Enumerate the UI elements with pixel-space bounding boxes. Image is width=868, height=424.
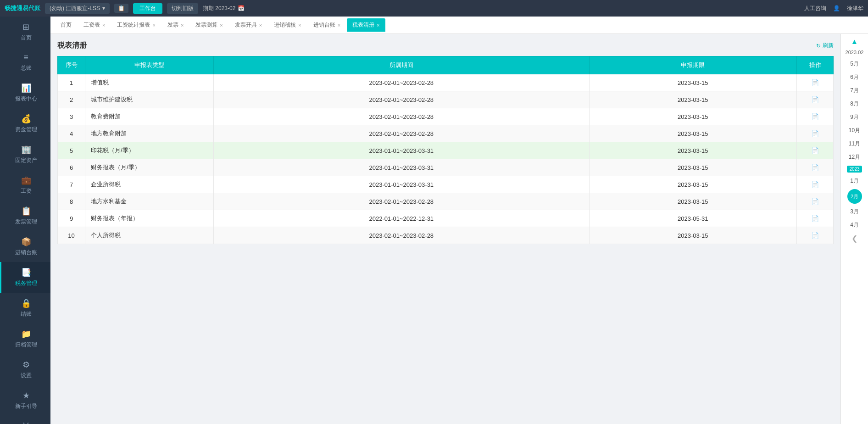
right-panel-month-9[interactable]: 9月 (841, 111, 868, 124)
sidebar-item-close[interactable]: 🔒 结账 (0, 293, 50, 324)
action-icon-0[interactable]: 📄 (811, 79, 819, 86)
tab-close-purchase-ledger[interactable]: × (338, 22, 340, 28)
user-name[interactable]: 徐泽华 (847, 5, 863, 12)
sidebar-item-ledger[interactable]: ≡ 总账 (0, 47, 50, 78)
table-row[interactable]: 9 财务报表（年报） 2022-01-01~2022-12-31 2023-05… (58, 210, 834, 227)
right-panel-month-1[interactable]: 1月 (841, 174, 868, 188)
action-icon-3[interactable]: 📄 (811, 130, 819, 137)
tab-invoice[interactable]: 发票 × (162, 18, 189, 32)
right-panel-month-4[interactable]: 4月 (841, 218, 868, 232)
right-panel-month-8[interactable]: 8月 (841, 97, 868, 111)
tab-close-invoice-open[interactable]: × (259, 22, 262, 28)
table-row[interactable]: 6 财务报表（月/季） 2023-01-01~2023-03-31 2023-0… (58, 159, 834, 176)
sidebar-label-guide: 新手引导 (15, 402, 37, 410)
cell-action-9[interactable]: 📄 (797, 227, 834, 244)
action-icon-2[interactable]: 📄 (811, 113, 819, 120)
sidebar-item-invoice[interactable]: 📋 发票管理 (0, 201, 50, 231)
action-icon-8[interactable]: 📄 (811, 215, 819, 222)
tab-salary-table[interactable]: 工资表 × (78, 18, 111, 32)
cell-action-1[interactable]: 📄 (797, 91, 834, 108)
tab-purchase-ledger[interactable]: 进销台账 × (308, 18, 346, 32)
right-panel-collapse-button[interactable]: ❮ (849, 232, 860, 245)
right-panel-month-10[interactable]: 10月 (841, 124, 868, 137)
right-panel-month-7[interactable]: 7月 (841, 84, 868, 97)
sidebar-item-purchase[interactable]: 📦 进销台账 (0, 231, 50, 262)
vip-icon: V (23, 421, 28, 424)
tab-close-purchase-audit[interactable]: × (298, 22, 301, 28)
cell-seq-7: 8 (58, 193, 85, 210)
cell-action-7[interactable]: 📄 (797, 193, 834, 210)
right-panel-header: 2023.02 (843, 47, 866, 57)
tab-invoice-open[interactable]: 发票开具 × (229, 18, 267, 32)
calendar-icon[interactable]: 📅 (238, 5, 245, 11)
home-icon: ⊞ (22, 22, 29, 32)
cell-action-8[interactable]: 📄 (797, 210, 834, 227)
table-row[interactable]: 4 地方教育附加 2023-02-01~2023-02-28 2023-03-1… (58, 125, 834, 142)
company-selector[interactable]: (勿动) 江西服宜-LSS ▾ (45, 3, 110, 14)
tab-close-salary-table[interactable]: × (102, 22, 105, 28)
workbench-button[interactable]: 工作台 (133, 3, 162, 14)
right-panel-year-2023[interactable]: 2023 (847, 166, 862, 173)
tab-close-salary-stats[interactable]: × (152, 22, 155, 28)
top-bar: 畅捷通易代账 (勿动) 江西服宜-LSS ▾ 📋 工作台 切到旧版 期期 202… (0, 0, 868, 17)
action-icon-6[interactable]: 📄 (811, 181, 819, 188)
cell-action-4[interactable]: 📄 (797, 142, 834, 159)
company-dropdown-icon[interactable]: ▾ (102, 5, 105, 11)
right-panel-month-12[interactable]: 12月 (841, 151, 868, 164)
sidebar-item-settings[interactable]: ⚙ 设置 (0, 354, 50, 385)
sidebar-item-vip[interactable]: V 畅会员 (0, 416, 50, 424)
right-panel-month-11[interactable]: 11月 (841, 137, 868, 151)
tab-tax-list[interactable]: 税表清册 × (347, 18, 385, 32)
tab-purchase-audit[interactable]: 进销稽核 × (268, 18, 306, 32)
sidebar-item-capital[interactable]: 💰 资金管理 (0, 108, 50, 139)
cell-action-5[interactable]: 📄 (797, 159, 834, 176)
action-icon-4[interactable]: 📄 (811, 147, 819, 154)
sidebar-item-guide[interactable]: ★ 新手引导 (0, 385, 50, 416)
cell-type-3: 地方教育附加 (85, 125, 214, 142)
tab-salary-stats[interactable]: 工资统计报表 × (111, 18, 161, 32)
cell-action-3[interactable]: 📄 (797, 125, 834, 142)
cell-action-0[interactable]: 📄 (797, 74, 834, 91)
user-avatar[interactable]: 👤 (833, 5, 840, 11)
tab-label-tax-list: 税表清册 (352, 21, 374, 29)
copy-button[interactable]: 📋 (114, 4, 128, 13)
table-row[interactable]: 2 城市维护建设税 2023-02-01~2023-02-28 2023-03-… (58, 91, 834, 108)
sidebar-item-reports[interactable]: 📊 报表中心 (0, 78, 50, 108)
cell-period-9: 2023-02-01~2023-02-28 (214, 227, 590, 244)
sidebar-label-capital: 资金管理 (15, 126, 37, 134)
right-panel-month-5[interactable]: 5月 (841, 57, 868, 71)
sidebar-item-archive[interactable]: 📁 归档管理 (0, 324, 50, 354)
human-consult[interactable]: 人工咨询 (804, 5, 826, 12)
sidebar-item-assets[interactable]: 🏢 固定资产 (0, 139, 50, 170)
action-icon-5[interactable]: 📄 (811, 164, 819, 171)
sidebar-item-tax[interactable]: 📑 税务管理 (0, 262, 50, 293)
tab-close-invoice-calc[interactable]: × (220, 22, 223, 28)
tab-close-tax-list[interactable]: × (377, 22, 379, 28)
right-panel-month-6[interactable]: 6月 (841, 71, 868, 84)
tab-invoice-calc[interactable]: 发票测算 × (190, 18, 228, 32)
right-panel-month-3[interactable]: 3月 (841, 205, 868, 218)
table-row[interactable]: 10 个人所得税 2023-02-01~2023-02-28 2023-03-1… (58, 227, 834, 244)
table-row[interactable]: 3 教育费附加 2023-02-01~2023-02-28 2023-03-15… (58, 108, 834, 125)
refresh-button[interactable]: ↻ 刷新 (816, 42, 834, 50)
col-header-action: 操作 (797, 56, 834, 74)
table-row[interactable]: 1 增值税 2023-02-01~2023-02-28 2023-03-15 📄 (58, 74, 834, 91)
right-panel-month-2-active[interactable]: 2月 (847, 189, 862, 204)
right-panel-up[interactable]: ▲ (850, 36, 860, 47)
sidebar-item-home[interactable]: ⊞ 首页 (0, 17, 50, 47)
table-row[interactable]: 7 企业所得税 2023-01-01~2023-03-31 2023-03-15… (58, 176, 834, 193)
assets-icon: 🏢 (21, 145, 31, 155)
cell-action-2[interactable]: 📄 (797, 108, 834, 125)
cell-action-6[interactable]: 📄 (797, 176, 834, 193)
table-row[interactable]: 8 地方水利基金 2023-02-01~2023-02-28 2023-03-1… (58, 193, 834, 210)
sidebar-item-salary[interactable]: 💼 工资 (0, 170, 50, 201)
tab-close-invoice[interactable]: × (181, 22, 184, 28)
table-row[interactable]: 5 印花税（月/季） 2023-01-01~2023-03-31 2023-03… (58, 142, 834, 159)
action-icon-1[interactable]: 📄 (811, 96, 819, 103)
switch-version-button[interactable]: 切到旧版 (167, 3, 198, 14)
action-icon-7[interactable]: 📄 (811, 198, 819, 205)
action-icon-9[interactable]: 📄 (811, 232, 819, 239)
cell-type-2: 教育费附加 (85, 108, 214, 125)
main-panel: 税表清册 ↻ 刷新 序号 申报表类型 所属期间 申报期限 操作 (50, 34, 840, 424)
tab-home[interactable]: 首页 (55, 18, 77, 32)
